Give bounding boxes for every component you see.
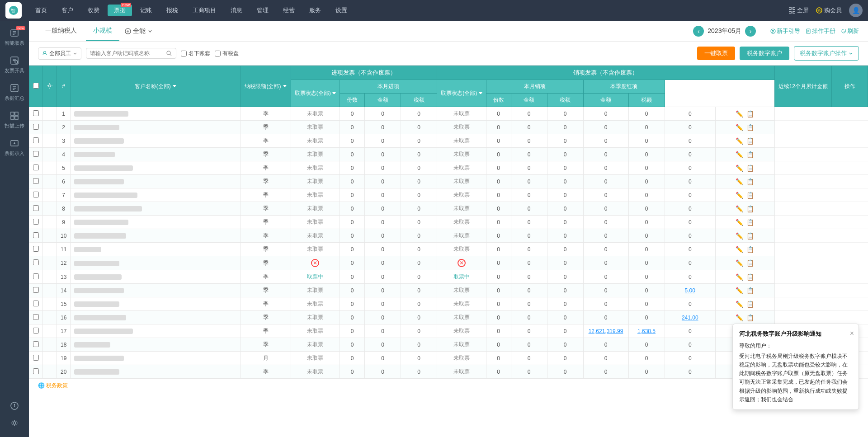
quota-filter-icon[interactable] (283, 84, 287, 88)
row-edit-btn-11[interactable]: ✏️ (736, 246, 743, 253)
out-status-error-icon[interactable]: ✕ (458, 259, 466, 267)
checkbox-subledger-input[interactable] (181, 51, 187, 56)
user-avatar[interactable]: 👤 (849, 4, 863, 17)
row-copy-btn-16[interactable]: 📋 (746, 314, 754, 321)
tab-all-capable[interactable]: 全能 (125, 27, 153, 35)
row-edit-btn-8[interactable]: ✏️ (736, 205, 743, 212)
nav-customer[interactable]: 客户 (55, 5, 80, 16)
row-checkbox-19[interactable] (33, 355, 39, 361)
sidebar-item-invoice-open[interactable]: 发票开具 (2, 52, 27, 78)
row-edit-btn-7[interactable]: ✏️ (736, 192, 743, 199)
row-copy-btn-15[interactable]: 📋 (746, 301, 754, 308)
customer-filter-icon[interactable] (172, 84, 177, 88)
row-edit-btn-9[interactable]: ✏️ (736, 219, 743, 226)
tax-digital-account-button[interactable]: 税务数字账户 (740, 47, 789, 60)
app-logo[interactable]: 智 (5, 2, 22, 19)
row-edit-btn-1[interactable]: ✏️ (736, 110, 743, 117)
one-click-fetch-button[interactable]: 一键取票 (697, 47, 735, 60)
nav-tax[interactable]: 报税 (160, 5, 184, 16)
row-checkbox-13[interactable] (33, 273, 39, 279)
row-edit-btn-3[interactable]: ✏️ (736, 137, 743, 145)
row-checkbox-17[interactable] (33, 328, 39, 334)
row-checkbox-5[interactable] (33, 164, 39, 170)
row-checkbox-9[interactable] (33, 219, 39, 225)
row-edit-btn-13[interactable]: ✏️ (736, 273, 743, 281)
row-edit-btn-4[interactable]: ✏️ (736, 151, 743, 158)
sidebar-item-smart-ticket[interactable]: new 智能取票 (2, 24, 27, 50)
nav-business[interactable]: 工商项目 (186, 5, 222, 16)
sidebar-item-entry[interactable]: 票据录入 (2, 135, 27, 160)
tax-policy-link[interactable]: 🌐 税务政策 (38, 382, 68, 390)
row-copy-btn-3[interactable]: 📋 (746, 137, 754, 145)
nav-home[interactable]: 首页 (29, 5, 53, 16)
row-edit-btn-12[interactable]: ✏️ (736, 259, 743, 267)
row-checkbox-20[interactable] (33, 368, 39, 374)
sidebar-item-message-bottom[interactable] (2, 397, 27, 414)
row-edit-btn-16[interactable]: ✏️ (736, 314, 743, 321)
select-all-checkbox[interactable] (33, 83, 39, 89)
nav-settings[interactable]: 设置 (329, 5, 354, 16)
row-edit-btn-10[interactable]: ✏️ (736, 232, 743, 240)
row-copy-btn-5[interactable]: 📋 (746, 164, 754, 172)
tab-general-taxpayer[interactable]: 一般纳税人 (38, 21, 84, 41)
row-checkbox-12[interactable] (33, 259, 39, 265)
row-edit-btn-6[interactable]: ✏️ (736, 178, 743, 185)
row-copy-btn-12[interactable]: 📋 (746, 259, 754, 267)
row-checkbox-6[interactable] (33, 178, 39, 184)
th-out-status[interactable]: 取票状态(全部) (437, 80, 486, 107)
row-checkbox-16[interactable] (33, 314, 39, 320)
nav-invoice[interactable]: 票据 new (108, 5, 132, 16)
row-checkbox-18[interactable] (33, 341, 39, 347)
nav-service[interactable]: 服务 (303, 5, 327, 16)
row-edit-btn-15[interactable]: ✏️ (736, 301, 743, 308)
row-copy-btn-1[interactable]: 📋 (746, 110, 754, 117)
new-user-guide-link[interactable]: ? 新手引导 (770, 27, 800, 35)
row-checkbox-2[interactable] (33, 124, 39, 130)
row-checkbox-4[interactable] (33, 151, 39, 157)
row-copy-btn-7[interactable]: 📋 (746, 192, 754, 199)
row-checkbox-7[interactable] (33, 192, 39, 197)
row-checkbox-3[interactable] (33, 137, 39, 143)
row-copy-btn-6[interactable]: 📋 (746, 178, 754, 185)
nav-operation[interactable]: 经营 (277, 5, 301, 16)
row-edit-btn-5[interactable]: ✏️ (736, 164, 743, 172)
member-button[interactable]: 购 购会员 (816, 6, 842, 14)
row-copy-btn-10[interactable]: 📋 (746, 232, 754, 240)
th-customer[interactable]: 客户名称(全部) (71, 66, 241, 107)
sidebar-item-summary[interactable]: 票据汇总 (2, 80, 27, 105)
search-icon[interactable] (166, 50, 172, 56)
row-copy-btn-11[interactable]: 📋 (746, 246, 754, 253)
th-in-status[interactable]: 取票状态(全部) (291, 80, 340, 107)
row-edit-btn-2[interactable]: ✏️ (736, 124, 743, 131)
period-next-button[interactable]: › (745, 26, 756, 37)
row-copy-btn-14[interactable]: 📋 (746, 287, 754, 294)
row-checkbox-15[interactable] (33, 301, 39, 306)
row-copy-btn-4[interactable]: 📋 (746, 151, 754, 158)
in-status-error-icon[interactable]: ✕ (311, 259, 319, 267)
nav-manage[interactable]: 管理 (250, 5, 275, 16)
sidebar-item-settings-bottom[interactable] (2, 414, 27, 432)
out-status-filter-icon[interactable] (479, 91, 482, 95)
tab-small-scale[interactable]: 小规模 (86, 21, 119, 41)
fullscreen-button[interactable]: 全屏 (789, 6, 809, 14)
checkbox-tax-disk-input[interactable] (215, 51, 221, 56)
nav-message[interactable]: 消息 (224, 5, 249, 16)
refresh-link[interactable]: 刷新 (841, 27, 859, 35)
search-input[interactable] (90, 50, 164, 56)
sidebar-item-scan[interactable]: 扫描上传 (2, 107, 27, 133)
row-copy-btn-13[interactable]: 📋 (746, 273, 754, 281)
checkbox-subledger[interactable]: 名下账套 (181, 50, 210, 57)
in-status-filter-icon[interactable] (332, 91, 336, 95)
manual-link[interactable]: 操作手册 (806, 27, 835, 35)
th-quota[interactable]: 纳税限额(全部) (241, 66, 291, 107)
row-checkbox-14[interactable] (33, 287, 39, 293)
employee-select[interactable]: 全部员工 (38, 47, 81, 60)
row-checkbox-11[interactable] (33, 246, 39, 252)
row-checkbox-8[interactable] (33, 205, 39, 211)
row-checkbox-10[interactable] (33, 232, 39, 238)
row-copy-btn-9[interactable]: 📋 (746, 219, 754, 226)
row-copy-btn-2[interactable]: 📋 (746, 124, 754, 131)
checkbox-tax-disk[interactable]: 有税盘 (215, 50, 239, 57)
popup-close-button[interactable]: × (850, 328, 854, 339)
row-checkbox-1[interactable] (33, 110, 39, 116)
